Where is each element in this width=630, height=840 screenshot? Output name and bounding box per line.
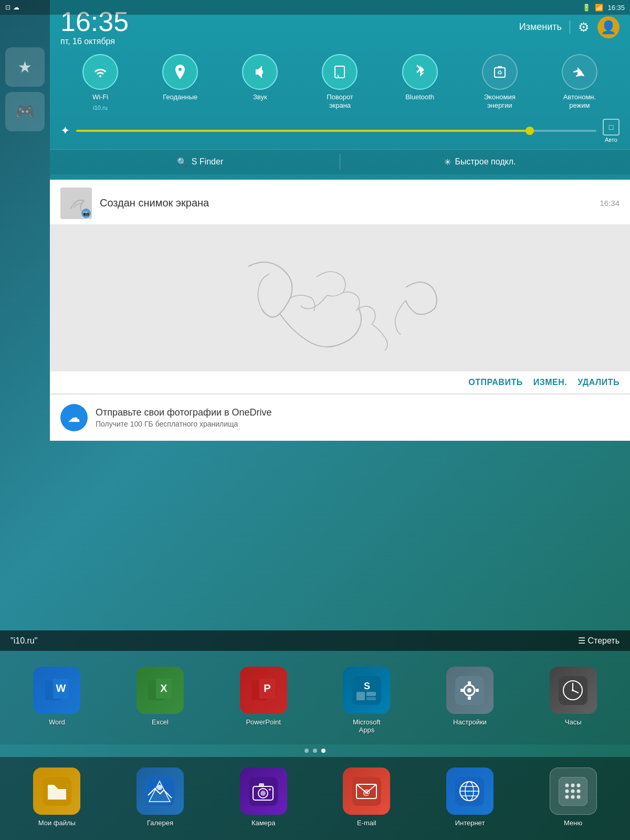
files-icon [33,768,80,815]
screenshot-notification[interactable]: 📷 Создан снимок экрана 16:34 [50,180,630,394]
app-word[interactable]: W Word [5,661,109,739]
svg-point-53 [577,783,581,787]
toggle-rotate[interactable]: Поворотэкрана [315,54,365,111]
svg-point-58 [571,795,575,798]
sidebar: ★ 🎮 [0,42,50,137]
word-icon: W [33,667,80,714]
page-dots [0,744,630,757]
notifications-area: 📷 Создан снимок экрана 16:34 [50,180,630,441]
toggle-bluetooth[interactable]: Bluetooth [395,54,445,111]
notification-panel: 16:35 пт, 16 октября Изменить ⚙ 👤 Wi-Fi [50,0,630,441]
dock-internet[interactable]: Интернет [418,762,522,832]
sound-label: Звук [253,93,267,101]
svg-point-55 [571,789,575,793]
time-right: 16:35 [607,4,625,12]
sidebar-icon-game[interactable]: 🎮 [5,92,45,131]
user-avatar[interactable]: 👤 [597,16,620,38]
status-icons-left: ⊡ ☁ [5,4,19,11]
quick-connect-button[interactable]: ✳ Быстрое подкл. [340,150,620,174]
app-powerpoint[interactable]: P PowerPoint [212,661,315,739]
bluetooth-circle [402,54,438,90]
onedrive-subtitle: Получите 100 ГБ бесплатного хранилища [96,420,272,428]
svg-point-29 [572,689,574,691]
svg-point-59 [577,795,581,798]
wifi-label: Wi-Fi [92,93,108,101]
svg-point-34 [157,785,162,790]
svg-text:S: S [364,681,370,691]
auto-icon: □ [603,119,620,136]
sidebar-icon-star[interactable]: ★ [5,47,45,87]
toggle-geo[interactable]: Геоданные [155,54,205,111]
svg-point-54 [565,789,569,793]
dock-email[interactable]: @ E-mail [315,762,418,832]
send-button[interactable]: ОТПРАВИТЬ [468,378,522,387]
svg-rect-22 [468,697,471,700]
status-right: 🔋 📶 16:35 [582,4,625,12]
svg-text:♻: ♻ [497,69,502,76]
auto-button[interactable]: □ Авто [603,119,620,143]
settings-gear-button[interactable]: ⚙ [578,20,590,35]
word-label: Word [49,718,65,726]
dock-camera[interactable]: Камера [212,762,315,832]
app-clock[interactable]: Часы [521,661,625,739]
dock-menu[interactable]: Меню [521,762,625,832]
internet-icon [446,768,494,815]
svg-point-56 [577,789,581,793]
app-msapps[interactable]: S MicrosoftApps [315,661,418,739]
bluetooth-label: Bluetooth [405,93,434,101]
divider [570,20,570,34]
signal-icon: 📶 [595,4,603,12]
app-excel[interactable]: X Excel [109,661,212,739]
brightness-thumb [526,127,534,135]
toggle-sound[interactable]: Звук [235,54,285,111]
quick-settings: 16:35 пт, 16 октября Изменить ⚙ 👤 Wi-Fi [50,0,630,180]
menu-icon [550,768,597,815]
notif-label: "i10.ru" [10,636,37,646]
svg-rect-15 [356,692,365,700]
msapps-icon: S [343,667,390,714]
rotate-label: Поворотэкрана [327,93,353,109]
onedrive-text: Отправьте свои фотографии в OneDrive Пол… [96,407,272,428]
battery-icon: 🔋 [582,4,591,12]
airplane-circle [562,54,597,90]
clock-app-icon [550,667,597,714]
delete-button[interactable]: УДАЛИТЬ [578,378,620,387]
sfinder-button[interactable]: 🔍 S Finder [60,150,340,174]
app-settings[interactable]: Настройки [418,661,522,739]
dock-gallery[interactable]: Галерея [109,762,212,832]
dot-1 [304,749,309,753]
onedrive-notification[interactable]: ☁ Отправьте свои фотографии в OneDrive П… [50,394,630,441]
toggle-airplane[interactable]: Автономн.режим [554,54,604,111]
svg-text:P: P [264,682,270,694]
cloud-icon: ☁ [13,4,19,11]
svg-point-52 [571,783,575,787]
edit-button[interactable]: Изменить [519,22,562,33]
svg-point-20 [467,688,471,692]
notif-header: 📷 Создан снимок экрана 16:34 [50,180,630,224]
notif-title: Создан снимок экрана [100,197,592,209]
svg-rect-17 [366,697,376,700]
edit-notif-button[interactable]: ИЗМЕН. [533,378,568,387]
svg-point-51 [565,783,569,787]
email-label: E-mail [357,819,376,827]
clear-notifications-button[interactable]: ☰ Стереть [578,636,620,646]
screenshot-badge: 📷 [81,209,91,218]
svg-text:W: W [56,682,66,694]
battery-label: Экономияэнергии [484,93,516,109]
toggle-wifi[interactable]: Wi-Fi i10.ru [76,54,125,111]
svg-text:X: X [161,682,168,694]
wifi-sublabel: i10.ru [93,105,108,111]
internet-label: Интернет [455,819,485,827]
email-icon: @ [343,768,390,815]
brightness-track[interactable] [76,130,596,132]
svg-rect-0 [335,66,344,78]
dock-files[interactable]: Мои файлы [5,762,109,832]
svg-rect-2 [498,66,502,68]
toggle-row: Wi-Fi i10.ru Геоданные Зву [60,54,620,111]
geo-label: Геоданные [163,93,197,101]
airplane-label: Автономн.режим [563,93,596,109]
toggle-battery[interactable]: ♻ Экономияэнергии [475,54,524,111]
quick-connect-icon: ✳ [444,157,451,167]
settings-app-icon [446,667,494,714]
svg-rect-23 [460,689,464,692]
